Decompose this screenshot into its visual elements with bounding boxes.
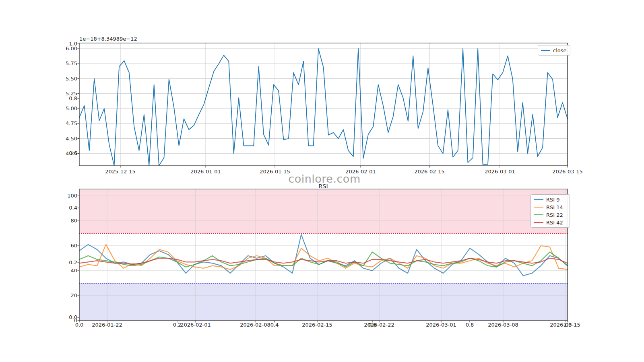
close-legend-label: close <box>553 47 566 53</box>
close-line <box>79 49 568 166</box>
rsi9-legend-label: RSI 9 <box>546 197 560 203</box>
rsi-legend: RSI 9 RSI 14 RSI 22 RSI 42 <box>530 194 570 228</box>
rsi22-legend-label: RSI 22 <box>546 212 563 218</box>
close-legend-line-swatch <box>541 50 550 51</box>
figure: 6.005.755.505.255.004.754.504.252025-12-… <box>0 0 644 362</box>
rsi-legend-entry: RSI 9 <box>534 197 570 202</box>
rsi9-legend-line-swatch <box>534 199 543 200</box>
rsi14-legend-line-swatch <box>534 207 543 208</box>
rsi-oversold-band <box>79 283 568 321</box>
rsi-line-rsi9 <box>79 234 568 276</box>
rsi22-legend-line-swatch <box>534 214 543 216</box>
rsi42-legend-line-swatch <box>534 222 543 223</box>
close-legend: close <box>538 45 570 56</box>
rsi-chart-title: RSI <box>318 183 328 189</box>
rsi-legend-entry: RSI 22 <box>534 212 570 218</box>
y-axis-offset-label: 1e−18+8.34989e−12 <box>79 36 137 42</box>
rsi-legend-entry: RSI 14 <box>534 204 570 210</box>
rsi-legend-entry: RSI 42 <box>534 220 570 225</box>
rsi14-legend-label: RSI 14 <box>546 204 563 210</box>
rsi-overbought-band <box>79 190 568 233</box>
rsi42-legend-label: RSI 42 <box>546 220 563 226</box>
